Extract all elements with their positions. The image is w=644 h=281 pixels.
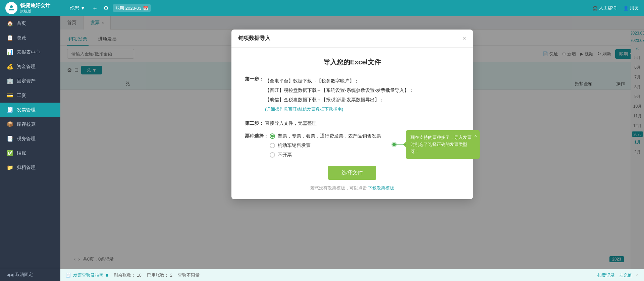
- tooltip-line: [395, 145, 406, 145]
- step1-label: 第一步：: [245, 76, 264, 82]
- headphone-icon: 🎧: [592, 6, 598, 11]
- salary-icon: 💳: [7, 92, 13, 99]
- ticket-label: 票种选择：: [245, 133, 268, 139]
- modal-overlay: 销项数据导入 × 导入您的Excel文件 第一步： 【全电平台】数据下载→【税务…: [60, 16, 644, 269]
- finance-icon: 💰: [7, 63, 13, 70]
- sidebar-item-salary[interactable]: 💳 工资: [0, 88, 60, 103]
- ticket-option-2-label: 机动车销售发票: [278, 143, 311, 149]
- archive-icon: 📁: [7, 164, 13, 171]
- sidebar-item-invoice[interactable]: 🧾 发票管理: [0, 103, 60, 117]
- assets-icon: 🏢: [7, 78, 13, 84]
- logo-area: 畅捷通好会计 旗舰版: [5, 2, 66, 14]
- invoice-check-icon: 🧾: [66, 273, 71, 278]
- sidebar-item-ledger[interactable]: 📋 总账: [0, 31, 60, 45]
- modal-body: 导入您的Excel文件 第一步： 【全电平台】数据下载→【税务数字账户】； 【百…: [231, 48, 473, 199]
- gear-icon[interactable]: ⚙: [103, 4, 109, 12]
- step2-label: 第二步：: [245, 120, 264, 126]
- select-file-button[interactable]: 选择文件: [328, 166, 376, 180]
- settle-icon: ✅: [7, 150, 13, 156]
- company-selector[interactable]: 你您 ▼: [70, 5, 85, 11]
- charge-record-link[interactable]: 扣费记录: [597, 272, 615, 278]
- tax-icon: 📑: [7, 135, 13, 142]
- step1-line-1: 【全电平台】数据下载→【税务数字账户】；: [265, 76, 414, 86]
- step-2: 第二步： 直接导入文件，无需整理: [245, 120, 460, 126]
- tooltip-popup: × 现在支持的票种多了，导入发票时别忘了选择正确的发票类型呀！: [406, 130, 480, 159]
- remaining-label: 剩余张数： 18: [114, 272, 142, 278]
- logo-icon: [5, 2, 17, 14]
- radio-btn-3[interactable]: [270, 152, 275, 158]
- top-bar: 畅捷通好会计 旗舰版 你您 ▼ ＋ ⚙ 账期 2023-03 📅 🎧 人工咨询 …: [0, 0, 644, 16]
- home-icon: 🏠: [7, 20, 13, 26]
- sidebar-item-settle[interactable]: ✅ 结账: [0, 146, 60, 160]
- service-button[interactable]: 🎧 人工咨询: [592, 5, 616, 11]
- recharge-link[interactable]: 去充值: [619, 272, 632, 278]
- download-template-link[interactable]: 下载发票模版: [368, 185, 394, 190]
- modal-main-title: 导入您的Excel文件: [245, 58, 460, 67]
- user-icon: 👤: [623, 6, 629, 11]
- user-button[interactable]: 👤 用友: [623, 5, 639, 11]
- sidebar: 🏠 首页 📋 总账 📊 云报表中心 💰 资金管理 🏢 固定资产 💳 工资 🧾 发…: [0, 16, 60, 281]
- step-1: 第一步： 【全电平台】数据下载→【税务数字账户】； 【百旺】税控盘数据下载→【系…: [245, 76, 460, 114]
- step1-line-3: 【航信】金税盘数据下载→【报税管理-发票数据导出】；: [265, 95, 414, 104]
- step2-content: 直接导入文件，无需整理: [265, 120, 317, 126]
- radio-btn-1[interactable]: [270, 133, 275, 139]
- chevron-down-icon: ▼: [80, 5, 85, 11]
- ticket-option-3[interactable]: 不开票: [270, 152, 381, 158]
- logo-text: 畅捷通好会计 旗舰版: [20, 2, 50, 14]
- sidebar-item-home[interactable]: 🏠 首页: [0, 16, 60, 31]
- step1-line-2: 【百旺】税控盘数据下载→【系统设置-系统参数设置-发票批量导入】；: [265, 86, 414, 95]
- ledger-icon: 📋: [7, 35, 13, 41]
- bottom-right-actions: 扣费记录 去充值 ×: [597, 272, 639, 278]
- inventory-icon: 📦: [7, 121, 13, 127]
- bottom-bar: 🧾 发票查验及拍照 剩余张数： 18 已用张数： 2 查验不限量 扣费记录 去充…: [60, 269, 644, 281]
- tooltip-close-button[interactable]: ×: [474, 132, 477, 139]
- ticket-option-2[interactable]: 机动车销售发票: [270, 143, 381, 149]
- pin-icon: ◀◀: [7, 272, 13, 277]
- ticket-options: 普票，专票，卷票，通行费发票，农产品销售发票 机动车销售发票 不开票: [270, 133, 381, 158]
- sidebar-item-tax[interactable]: 📑 税务管理: [0, 131, 60, 146]
- step1-content: 【全电平台】数据下载→【税务数字账户】； 【百旺】税控盘数据下载→【系统设置-系…: [265, 76, 414, 114]
- sidebar-item-report[interactable]: 📊 云报表中心: [0, 45, 60, 59]
- sidebar-item-inventory[interactable]: 📦 库存核算: [0, 117, 60, 131]
- import-modal: 销项数据导入 × 导入您的Excel文件 第一步： 【全电平台】数据下载→【税务…: [231, 30, 473, 199]
- top-right-area: 🎧 人工咨询 👤 用友: [592, 5, 639, 11]
- invoice-check-button[interactable]: 🧾 发票查验及拍照: [66, 272, 108, 278]
- modal-header: 销项数据导入 ×: [231, 30, 473, 48]
- cancel-fixed-button[interactable]: ◀◀ 取消固定: [0, 268, 60, 281]
- period-badge[interactable]: 账期 2023-03 📅: [113, 4, 151, 12]
- top-actions: ＋ ⚙: [92, 4, 109, 12]
- sidebar-item-assets[interactable]: 🏢 固定资产: [0, 74, 60, 88]
- svg-point-0: [10, 5, 13, 8]
- ticket-option-3-label: 不开票: [278, 152, 292, 158]
- modal-close-button[interactable]: ×: [463, 35, 466, 42]
- ticket-option-1[interactable]: 普票，专票，卷票，通行费发票，农产品销售发票: [270, 133, 381, 139]
- add-icon[interactable]: ＋: [92, 4, 98, 12]
- invoice-icon: 🧾: [7, 107, 13, 113]
- bottom-close-icon[interactable]: ×: [636, 272, 639, 278]
- step1-link[interactable]: (详细操作见百旺/航信发票数据下载指南): [265, 107, 343, 112]
- sidebar-item-finance[interactable]: 💰 资金管理: [0, 59, 60, 74]
- modal-title: 销项数据导入: [238, 35, 270, 42]
- check-limit-label: 查验不限量: [178, 272, 200, 278]
- status-dot: [106, 274, 108, 277]
- tooltip-text: 现在支持的票种多了，导入发票时别忘了选择正确的发票类型呀！: [411, 135, 472, 154]
- ticket-option-1-label: 普票，专票，卷票，通行费发票，农产品销售发票: [278, 133, 381, 139]
- template-hint: 若您没有发票模版，可以点击 下载发票模版: [245, 185, 460, 191]
- calendar-icon: 📅: [143, 6, 148, 11]
- sidebar-item-archive[interactable]: 📁 归档管理: [0, 160, 60, 175]
- report-icon: 📊: [7, 49, 13, 55]
- used-label: 已用张数： 2: [147, 272, 172, 278]
- radio-btn-2[interactable]: [270, 143, 275, 148]
